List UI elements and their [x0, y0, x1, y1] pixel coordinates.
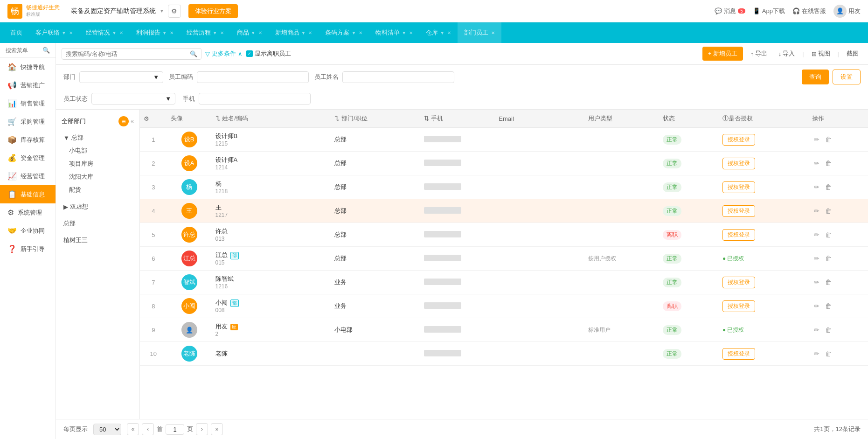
filter-emp-status-select[interactable]: ▼ — [91, 93, 175, 105]
dept-all-label[interactable]: 全部部门 — [62, 117, 117, 125]
tab-employee[interactable]: 部门员工 ✕ — [458, 22, 501, 43]
edit-btn[interactable]: ✏ — [812, 301, 821, 311]
dept-sub-project[interactable]: 项目库房 — [56, 157, 139, 170]
page-input[interactable] — [166, 424, 184, 435]
dept-collapse-btn[interactable]: « — [131, 118, 134, 125]
sidebar-item-cooperation[interactable]: 🤝 企业协同 — [0, 222, 56, 240]
sidebar-item-management[interactable]: 📈 经营管理 — [0, 167, 56, 185]
tab-customer[interactable]: 客户联络 ▼ ✕ — [29, 22, 79, 43]
dept-group-zongbu-title[interactable]: 总部 — [56, 217, 139, 230]
first-page-btn[interactable]: « — [127, 423, 139, 435]
delete-btn[interactable]: 🗑 — [823, 206, 833, 216]
edit-btn[interactable]: ✏ — [812, 206, 821, 216]
edit-btn[interactable]: ✏ — [812, 159, 821, 168]
delete-btn[interactable]: 🗑 — [823, 230, 833, 239]
dept-sub-shenyang[interactable]: 沈阳大库 — [56, 170, 139, 183]
edit-btn[interactable]: ✏ — [812, 135, 821, 144]
filter-dept-select[interactable]: ▼ — [79, 71, 163, 83]
delete-btn[interactable]: 🗑 — [823, 159, 833, 168]
query-button[interactable]: 查询 — [802, 70, 829, 84]
tab-operation-close[interactable]: ✕ — [119, 30, 123, 35]
search-input[interactable] — [66, 50, 188, 57]
edit-btn[interactable]: ✏ — [812, 349, 821, 358]
sidebar-search-input[interactable] — [6, 47, 41, 54]
sidebar-item-purchase[interactable]: 🛒 采购管理 — [0, 112, 56, 131]
dept-sub-xiaodibu[interactable]: 小电部 — [56, 144, 139, 157]
delete-btn[interactable]: 🗑 — [823, 325, 833, 334]
dept-group-headquarter-title[interactable]: ▼ 总部 — [56, 131, 139, 144]
dept-group-zhishu-title[interactable]: 植树王三 — [56, 234, 139, 247]
reset-button[interactable]: 设置 — [833, 70, 861, 84]
edit-btn[interactable]: ✏ — [812, 254, 821, 263]
edit-btn[interactable]: ✏ — [812, 278, 821, 287]
edit-btn[interactable]: ✏ — [812, 230, 821, 239]
col-phone[interactable]: ⇅ 手机 — [420, 110, 495, 128]
sidebar-item-system[interactable]: ⚙ 系统管理 — [0, 203, 56, 222]
sidebar-item-sales[interactable]: 📊 销售管理 — [0, 94, 56, 112]
tab-barcode[interactable]: 条码方案 ▼ ✕ — [319, 22, 369, 43]
prev-page-btn[interactable]: ‹ — [142, 423, 154, 435]
sidebar-item-guide[interactable]: ❓ 新手引导 — [0, 240, 56, 258]
export-button[interactable]: ↑ 导出 — [747, 48, 771, 60]
tab-profit[interactable]: 利润报告 ▼ ✕ — [130, 22, 180, 43]
tab-barcode-close[interactable]: ✕ — [359, 30, 362, 35]
col-name[interactable]: ⇅ 姓名/编码 — [212, 110, 331, 128]
dept-group-shuangxuxiang-title[interactable]: ▶ 双虚想 — [56, 200, 139, 213]
message-btn[interactable]: 💬 消息 5 — [715, 7, 745, 15]
dept-sub-shipment[interactable]: 配货 — [56, 183, 139, 196]
sidebar-item-quick-nav[interactable]: 🏠 快捷导航 — [0, 58, 56, 76]
auth-login-btn[interactable]: 授权登录 — [722, 205, 755, 217]
tab-history-close[interactable]: ✕ — [220, 30, 224, 35]
online-service-btn[interactable]: 🎧 在线客服 — [792, 7, 826, 15]
tab-history[interactable]: 经营历程 ▼ ✕ — [180, 22, 230, 43]
edit-btn[interactable]: ✏ — [812, 182, 821, 192]
edit-btn[interactable]: ✏ — [812, 325, 821, 334]
filter-emp-code-input[interactable] — [197, 71, 309, 83]
tab-employee-close[interactable]: ✕ — [491, 30, 495, 35]
show-resigned-toggle[interactable]: ✓ 显示离职员工 — [246, 49, 291, 58]
tab-bom-close[interactable]: ✕ — [409, 30, 413, 35]
auth-login-btn[interactable]: 授权登录 — [722, 277, 755, 288]
delete-btn[interactable]: 🗑 — [823, 278, 833, 287]
screenshot-button[interactable]: 截图 — [843, 48, 862, 60]
user-avatar[interactable]: 👤 用友 — [833, 5, 861, 18]
last-page-btn[interactable]: » — [211, 423, 223, 435]
tab-goods-close[interactable]: ✕ — [258, 30, 262, 35]
add-employee-button[interactable]: + 新增员工 — [702, 47, 743, 61]
system-dropdown-arrow[interactable]: ▼ — [160, 8, 164, 14]
next-page-btn[interactable]: › — [196, 423, 208, 435]
gear-button[interactable]: ⚙ — [168, 5, 181, 18]
sidebar-item-inventory[interactable]: 📦 库存核算 — [0, 131, 56, 149]
sidebar-item-basic-info[interactable]: 📋 基础信息 — [0, 185, 56, 203]
col-settings[interactable]: ⚙ — [140, 110, 167, 128]
auth-login-btn[interactable]: 授权登录 — [722, 300, 755, 312]
trial-button[interactable]: 体验行业方案 — [188, 4, 238, 18]
tab-warehouse-close[interactable]: ✕ — [447, 30, 451, 35]
tab-home[interactable]: 首页 — [4, 22, 29, 43]
import-button[interactable]: ↓ 导入 — [775, 48, 799, 60]
sidebar-item-marketing[interactable]: 📢 营销推广 — [0, 76, 56, 94]
app-download-btn[interactable]: 📱 App下载 — [753, 7, 785, 15]
filter-phone-input[interactable] — [199, 93, 311, 105]
auth-login-btn[interactable]: 授权登录 — [722, 158, 755, 169]
dept-add-btn[interactable]: ⊕ — [118, 116, 129, 126]
delete-btn[interactable]: 🗑 — [823, 182, 833, 192]
filter-emp-name-input[interactable] — [342, 71, 454, 83]
delete-btn[interactable]: 🗑 — [823, 301, 833, 311]
delete-btn[interactable]: 🗑 — [823, 349, 833, 358]
tab-profit-close[interactable]: ✕ — [170, 30, 174, 35]
tab-add-goods[interactable]: 新增商品 ▼ ✕ — [269, 22, 319, 43]
auth-login-btn[interactable]: 授权登录 — [722, 229, 755, 241]
tab-bom[interactable]: 物料清单 ▼ ✕ — [369, 22, 419, 43]
view-button[interactable]: ⊞ 视图 — [808, 48, 834, 60]
tab-add-goods-close[interactable]: ✕ — [308, 30, 312, 35]
auth-login-btn[interactable]: 授权登录 — [722, 181, 755, 193]
tab-warehouse[interactable]: 仓库 ▼ ✕ — [419, 22, 458, 43]
col-dept[interactable]: ⇅ 部门/职位 — [331, 110, 420, 128]
more-filter-btn[interactable]: ▽ 更多条件 ∧ — [205, 49, 243, 58]
tab-operation[interactable]: 经营情况 ▼ ✕ — [79, 22, 130, 43]
tab-customer-close[interactable]: ✕ — [69, 30, 73, 35]
auth-login-btn[interactable]: 授权登录 — [722, 134, 755, 146]
delete-btn[interactable]: 🗑 — [823, 254, 833, 263]
auth-login-btn[interactable]: 授权登录 — [722, 348, 755, 360]
